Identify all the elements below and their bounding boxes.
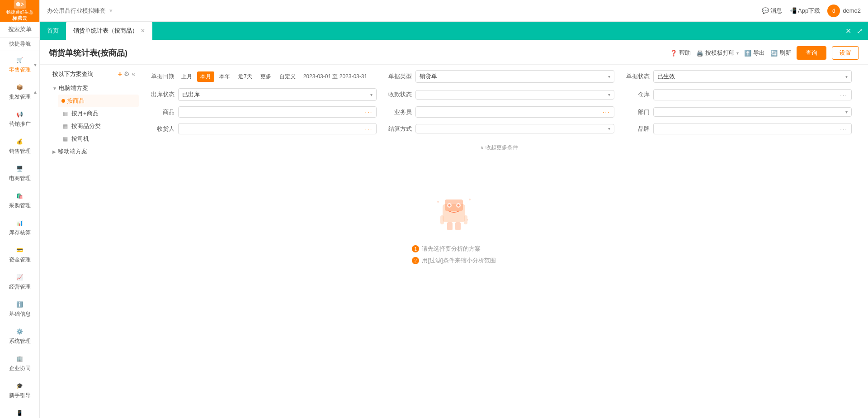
help-icon: ❓ <box>670 50 677 57</box>
sidebar-item-purchase[interactable]: 🛍️ 采购管理 <box>0 187 39 214</box>
sidebar-item-inventory[interactable]: 📊 库存核算 <box>0 214 39 241</box>
mobile-label: 移动端方案 <box>58 147 87 156</box>
filter-row-1: 单据日期 上月 本月 本年 近7天 更多 自定义 2023-03-01 至 20… <box>146 70 852 83</box>
doc-type-select[interactable]: 销货单 ▾ <box>415 70 614 83</box>
tree-desktop-section[interactable]: ▼ 电脑端方案 <box>49 82 139 95</box>
out-status-caret: ▾ <box>370 92 373 97</box>
sidebar-item-ecom[interactable]: 🖥️ 电商管理 <box>0 160 39 187</box>
scheme-by-goods[interactable]: 按商品 <box>58 95 139 107</box>
tab-close-all-btn[interactable]: ✕ <box>844 25 853 37</box>
export-icon: ⬆️ <box>744 50 751 57</box>
dept-label: 部门 <box>622 108 653 116</box>
settle-label: 结算方式 <box>384 125 415 133</box>
sidebar-item-corp-label: 企业协同 <box>9 365 31 372</box>
date-tab-this-month[interactable]: 本月 <box>197 71 214 82</box>
empty-tip-2: 2 用[过滤]条件来缩小分析范围 <box>412 256 495 265</box>
dept-select[interactable]: ▾ <box>653 107 852 117</box>
wholesale-arrow: ▲ <box>33 90 38 95</box>
tab-report[interactable]: 销货单统计表（按商品） ✕ <box>66 22 152 40</box>
tab-close-icon[interactable]: ✕ <box>141 28 145 34</box>
receipt-status-cell: 收款状态 ▾ <box>384 90 614 100</box>
sidebar-item-operations[interactable]: 📈 经营管理 <box>0 268 39 295</box>
empty-state: 1 请先选择要分析的方案 2 用[过滤]条件来缩小分析范围 <box>40 163 868 292</box>
active-dot <box>61 99 65 103</box>
receiver-input[interactable]: ··· <box>178 123 377 134</box>
doc-status-caret: ▾ <box>845 74 848 79</box>
svg-point-14 <box>467 219 468 221</box>
date-tab-this-year[interactable]: 本年 <box>216 71 233 82</box>
sidebar-item-marketing[interactable]: 📢 营销推广 <box>0 105 39 133</box>
tab-report-label: 销货单统计表（按商品） <box>73 27 138 35</box>
tab-expand-btn[interactable]: ⤢ <box>855 25 864 37</box>
app-download-btn[interactable]: 📲 App下载 <box>789 7 820 15</box>
scheme-by-driver[interactable]: ▦ 按司机 <box>58 133 139 145</box>
user-area[interactable]: d demo2 <box>827 5 861 17</box>
doc-type-cell: 单据类型 销货单 ▾ <box>384 70 614 83</box>
settle-caret: ▾ <box>608 126 610 131</box>
sidebar-item-sales[interactable]: 💰 销售管理 <box>0 133 39 160</box>
svg-rect-10 <box>447 222 453 230</box>
goods-dots: ··· <box>365 109 373 115</box>
brand-label: 品牌 <box>622 125 653 133</box>
scheme-by-month-goods-label: 按月+商品 <box>71 109 99 118</box>
refresh-btn[interactable]: 🔄 刷新 <box>770 49 791 57</box>
doc-status-select[interactable]: 已生效 ▾ <box>653 70 852 83</box>
scheme-by-category[interactable]: ▦ 按商品分类 <box>58 120 139 133</box>
out-status-cell: 出库状态 已出库 ▾ <box>146 88 377 101</box>
tab-home[interactable]: 首页 <box>40 22 66 40</box>
date-filter-cell: 单据日期 上月 本月 本年 近7天 更多 自定义 2023-03-01 至 20… <box>146 71 377 82</box>
sidebar-item-finance-label: 资金管理 <box>9 256 31 264</box>
sidebar-item-wholesale[interactable]: 📦 批发管理 ▲ <box>0 78 39 105</box>
receipt-status-select[interactable]: ▾ <box>415 90 614 100</box>
collapse-bar[interactable]: ∧ 收起更多条件 <box>146 140 852 155</box>
out-status-select[interactable]: 已出库 ▾ <box>178 88 377 101</box>
warehouse-label: 仓库 <box>622 90 653 99</box>
scheme-by-month-goods[interactable]: ▦ 按月+商品 <box>58 107 139 120</box>
sidebar-item-basic-label: 基础信息 <box>9 310 31 318</box>
message-btn[interactable]: 💬 消息 <box>762 7 783 15</box>
sidebar-item-inventory-label: 库存核算 <box>9 229 31 237</box>
edit-scheme-btn[interactable]: ⚙ <box>124 70 130 78</box>
warehouse-input[interactable]: ··· <box>653 89 852 100</box>
print-btn[interactable]: 🖨️ 按模板打印 ▾ <box>696 49 739 57</box>
query-button[interactable]: 查询 <box>797 46 826 60</box>
brand-input[interactable]: ··· <box>653 123 852 134</box>
help-btn[interactable]: ❓ 帮助 <box>670 49 691 57</box>
settings-button[interactable]: 设置 <box>832 46 859 60</box>
collapse-panel-btn[interactable]: « <box>132 70 135 78</box>
sidebar-item-retail[interactable]: 🛒 零售管理 ▼ <box>0 51 39 78</box>
add-scheme-btn[interactable]: + <box>118 70 122 78</box>
filter-area: 按以下方案查询 + ⚙ « ▼ 电脑端方案 <box>40 65 868 163</box>
refresh-label: 刷新 <box>779 49 791 57</box>
sidebar-item-sales-label: 销售管理 <box>9 147 31 155</box>
sidebar-search[interactable]: 搜索菜单 <box>0 22 39 38</box>
goods-input[interactable]: ··· <box>178 106 377 118</box>
dept-cell: 部门 ▾ <box>622 107 852 117</box>
sidebar-item-corp[interactable]: 🏢 企业协同 <box>0 350 39 377</box>
purchase-icon: 🛍️ <box>15 191 24 200</box>
date-tab-last-month[interactable]: 上月 <box>178 71 195 82</box>
left-panel: 按以下方案查询 + ⚙ « ▼ 电脑端方案 <box>49 65 139 163</box>
finance-icon: 💳 <box>15 246 24 255</box>
sidebar-quick-nav[interactable]: 快捷导航 <box>0 38 39 51</box>
export-btn[interactable]: ⬆️ 导出 <box>744 49 765 57</box>
settle-select[interactable]: ▾ <box>415 124 614 133</box>
clerk-input[interactable]: ··· <box>415 106 614 118</box>
sidebar-item-newbie-label: 新手引导 <box>9 392 31 399</box>
sidebar-item-basic[interactable]: ℹ️ 基础信息 <box>0 295 39 323</box>
doc-status-label: 单据状态 <box>622 72 653 81</box>
settle-cell: 结算方式 ▾ <box>384 124 614 133</box>
filter-row-3: 商品 ··· 业务员 ··· <box>146 106 852 118</box>
sidebar: 畅捷通好生意 标腾云 搜索菜单 快捷导航 🛒 零售管理 ▼ 📦 批发管理 ▲ 📢… <box>0 0 40 418</box>
tree-mobile-section[interactable]: ▶ 移动端方案 <box>49 145 139 158</box>
date-tab-more[interactable]: 更多 <box>257 71 274 82</box>
date-label: 单据日期 <box>146 72 178 81</box>
svg-point-13 <box>469 199 471 200</box>
date-tab-custom[interactable]: 自定义 <box>276 71 299 82</box>
sidebar-item-newbie[interactable]: 🎓 新手引导 <box>0 377 39 404</box>
sidebar-item-finance[interactable]: 💳 资金管理 <box>0 241 39 268</box>
sidebar-item-appstore[interactable]: 📱 应用中心 <box>0 404 39 418</box>
date-tab-7days[interactable]: 近7天 <box>235 71 255 82</box>
sidebar-item-system[interactable]: ⚙️ 系统管理 <box>0 323 39 350</box>
print-dropdown-icon: ▾ <box>736 51 739 56</box>
